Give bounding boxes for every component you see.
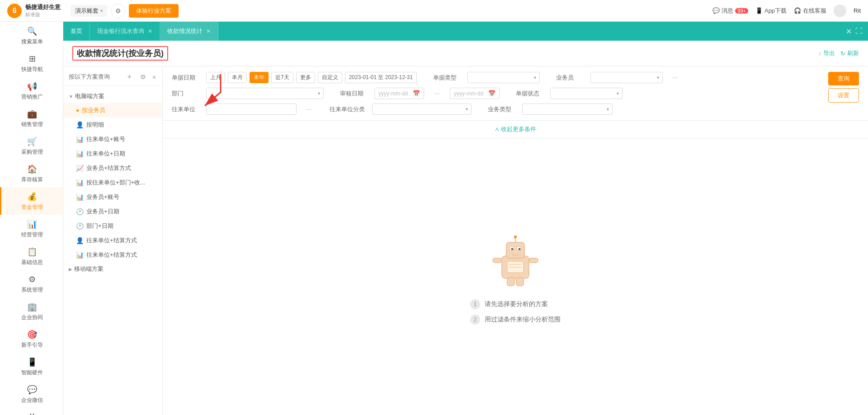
company-selector[interactable]: 演示账套 ▾ xyxy=(71,5,107,17)
left-panel-title: 按以下方案查询 xyxy=(69,73,110,81)
tab-cash-flow[interactable]: 现金银行流水查询 ✕ xyxy=(90,22,160,41)
doc-type-select-wrapper: ▾ xyxy=(467,72,540,83)
scheme-partner-method2[interactable]: 📊 往来单位+结算方式 xyxy=(63,248,162,262)
settings-button[interactable]: 设置 xyxy=(828,88,859,103)
tab-close-window-btn[interactable]: ✕ xyxy=(846,27,852,36)
sidebar-item-member[interactable]: V 畅会员 xyxy=(0,408,63,415)
right-content: 单据日期 上月 本月 本年 近7天 更多 自定义 2023-01-01 xyxy=(163,66,868,415)
sidebar-item-search-menu[interactable]: 🔍 搜索菜单 xyxy=(0,22,63,49)
scheme-by-detail[interactable]: 👤 按明细 xyxy=(63,118,162,132)
app-download-btn[interactable]: 📱 App下载 xyxy=(755,7,787,15)
calendar-icon: 📅 xyxy=(488,90,495,97)
export-button[interactable]: ↑ 导出 xyxy=(819,49,835,57)
biz-type-select[interactable] xyxy=(522,104,613,115)
sidebar-item-enterprise[interactable]: 🏢 企业协同 xyxy=(0,297,63,325)
date-btn-7days[interactable]: 近7天 xyxy=(271,72,293,83)
scheme-icon: 📊 xyxy=(76,193,84,201)
svg-rect-13 xyxy=(507,278,514,286)
scheme-label: 部门+日期 xyxy=(86,222,113,230)
doc-status-select[interactable] xyxy=(550,88,623,99)
tab-maximize-btn[interactable]: ⛶ xyxy=(855,27,863,35)
collapse-conditions-btn[interactable]: ∧ 收起更多条件 xyxy=(163,121,868,138)
partner-more-btn[interactable]: ··· xyxy=(304,105,313,113)
date-btn-this-year[interactable]: 本年 xyxy=(250,72,269,83)
left-panel-actions: + ⚙ « xyxy=(124,72,157,82)
warehouse-icon: 🏠 xyxy=(27,164,37,174)
sidebar-item-marketing[interactable]: 📢 营销推广 xyxy=(0,77,63,104)
scheme-salesperson-method[interactable]: 📈 业务员+结算方式 xyxy=(63,161,162,175)
content-area: 首页 现金银行流水查询 ✕ 收款情况统计 ✕ ✕ ⛶ 收款情况统计(按业务员) … xyxy=(63,22,868,415)
desktop-group-label: 电脑端方案 xyxy=(75,92,104,100)
step-2-text: 用过滤条件来缩小分析范围 xyxy=(485,316,561,324)
scheme-by-salesperson[interactable]: ● 按业务员 xyxy=(63,103,162,118)
sidebar-item-purchase[interactable]: 🛒 采购管理 xyxy=(0,132,63,160)
search-icon: 🔍 xyxy=(27,26,37,36)
sidebar-item-label: 企业微信 xyxy=(21,396,43,404)
date-btn-last-month[interactable]: 上月 xyxy=(206,72,225,83)
chart-icon: 📊 xyxy=(27,219,37,229)
tab-close-collection[interactable]: ✕ xyxy=(206,28,211,34)
query-button[interactable]: 查询 xyxy=(828,72,859,85)
header-right: 💬 消息 99+ 📱 App下载 🎧 在线客服 Rit xyxy=(712,5,861,17)
date-btn-this-month[interactable]: 本月 xyxy=(228,72,247,83)
refresh-button[interactable]: ↻ 刷新 xyxy=(840,49,859,57)
doc-type-select[interactable] xyxy=(467,72,540,83)
dept-label: 部门 xyxy=(172,90,199,98)
collapse-panel-btn[interactable]: « xyxy=(151,72,157,81)
sidebar-item-sys-admin[interactable]: ⚙ 系统管理 xyxy=(0,270,63,297)
tab-close-cash-flow[interactable]: ✕ xyxy=(148,28,152,34)
empty-illustration xyxy=(484,229,547,292)
filter-row-1: 单据日期 上月 本月 本年 近7天 更多 自定义 2023-01-01 xyxy=(172,72,819,83)
user-avatar[interactable] xyxy=(834,5,846,17)
sidebar-item-wechat[interactable]: 💬 企业微信 xyxy=(0,380,63,408)
desktop-group-header[interactable]: ▼ 电脑端方案 xyxy=(63,90,162,103)
scheme-partner-dept-collect[interactable]: 📊 按往来单位+部门+收... xyxy=(63,175,162,190)
date-btn-custom[interactable]: 自定义 xyxy=(318,72,342,83)
logo-text: 畅捷通好生意 标准版 xyxy=(25,3,61,18)
filter-row-3: 往来单位 ··· 往来单位分类 ▾ 业务类型 xyxy=(172,104,819,115)
mobile-group-header[interactable]: ▶ 移动端方案 xyxy=(63,262,162,276)
expand-icon: ▶ xyxy=(69,267,72,272)
tab-home[interactable]: 首页 xyxy=(63,22,90,41)
partner-input[interactable] xyxy=(206,104,297,115)
scheme-partner-method1[interactable]: 👤 往来单位+结算方式 xyxy=(63,233,162,248)
scheme-salesperson-acct[interactable]: 📊 业务员+账号 xyxy=(63,190,162,204)
sidebar-item-operations[interactable]: 📊 经营管理 xyxy=(0,215,63,242)
scheme-salesperson-date[interactable]: 🕐 业务员+日期 xyxy=(63,204,162,219)
dept-select-wrapper: ▾ xyxy=(206,88,324,99)
tab-collection-stats[interactable]: 收款情况统计 ✕ xyxy=(160,22,218,41)
biz-type-select-wrapper: ▾ xyxy=(522,104,613,115)
scheme-icon: 👤 xyxy=(76,237,84,244)
partner-category-select[interactable] xyxy=(372,104,472,115)
dept-select[interactable] xyxy=(206,88,324,99)
sidebar-item-label: 销售管理 xyxy=(21,121,43,128)
scheme-partner-date[interactable]: 📊 往来单位+日期 xyxy=(63,146,162,161)
sidebar-item-base-info[interactable]: 📋 基础信息 xyxy=(0,242,63,270)
sidebar-item-quick-nav[interactable]: ⊞ 快捷导航 xyxy=(0,49,63,77)
add-scheme-btn[interactable]: + xyxy=(124,72,134,82)
salesperson-more-btn[interactable]: ··· xyxy=(670,74,679,82)
sidebar-item-finance[interactable]: 💰 资金管理 xyxy=(0,187,63,215)
page-title: 收款情况统计(按业务员) xyxy=(72,46,168,61)
trial-industry-button[interactable]: 体验行业方案 xyxy=(129,4,179,18)
date-btn-more[interactable]: 更多 xyxy=(296,72,315,83)
sidebar-item-smart-hw[interactable]: 📱 智能硬件 xyxy=(0,353,63,380)
sidebar-item-sales[interactable]: 💼 销售管理 xyxy=(0,104,63,132)
scheme-dept-date[interactable]: 🕐 部门+日期 xyxy=(63,219,162,233)
online-service-btn[interactable]: 🎧 在线客服 xyxy=(794,7,826,15)
salesperson-select[interactable] xyxy=(590,72,663,83)
settings-gear-btn[interactable]: ⚙ xyxy=(111,4,125,18)
sidebar-item-inventory[interactable]: 🏠 库存核算 xyxy=(0,160,63,187)
audit-from-input[interactable]: yyyy-mm-dd 📅 xyxy=(374,88,424,99)
sidebar-item-guide[interactable]: 🎯 新手引导 xyxy=(0,325,63,353)
audit-to-input[interactable]: yyyy-mm-dd 📅 xyxy=(450,88,500,99)
svg-point-7 xyxy=(514,236,517,238)
scheme-settings-btn[interactable]: ⚙ xyxy=(138,72,148,82)
filter-area: 单据日期 上月 本月 本年 近7天 更多 自定义 2023-01-01 xyxy=(163,66,868,121)
filter-row-2: 部门 ▾ 审核日期 yyyy-mm-dd xyxy=(172,88,819,99)
messages-btn[interactable]: 💬 消息 99+ xyxy=(712,7,748,15)
sidebar-item-label: 智能硬件 xyxy=(21,369,43,377)
page-header: 收款情况统计(按业务员) ↑ 导出 ↻ 刷新 xyxy=(63,41,868,66)
scheme-label: 业务员+账号 xyxy=(86,193,119,201)
scheme-partner-account[interactable]: 📊 往来单位+账号 xyxy=(63,132,162,146)
